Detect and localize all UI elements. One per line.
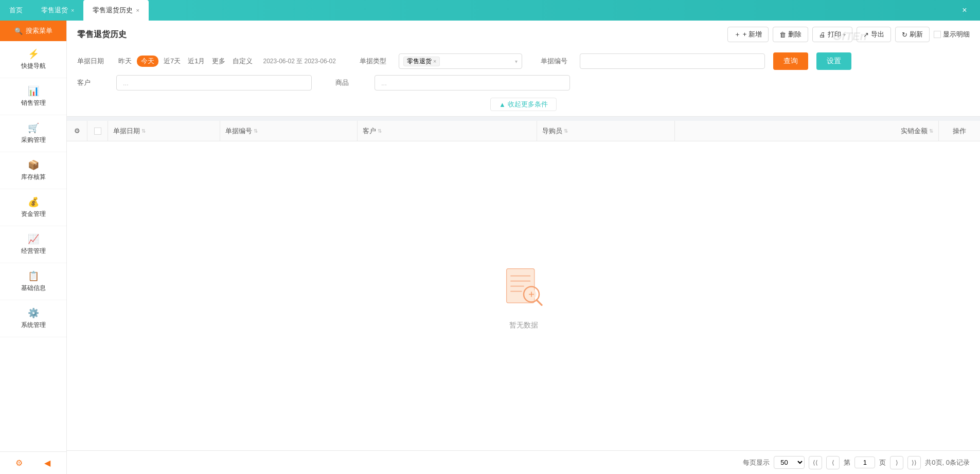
page-label-after: 页 xyxy=(879,458,886,467)
th-guide-label: 导购员 xyxy=(542,126,562,136)
sidebar-item-finance[interactable]: 💰 资金管理 xyxy=(0,189,66,226)
print-icon: 🖨 xyxy=(819,31,826,39)
query-button[interactable]: 查询 xyxy=(773,52,808,70)
date-7days[interactable]: 近7天 xyxy=(162,56,183,67)
th-amount[interactable]: 实销金额 ⇅ xyxy=(675,121,939,141)
th-customer[interactable]: 客户 ⇅ xyxy=(358,121,537,141)
th-amount-label: 实销金额 xyxy=(901,126,928,136)
tab-retail-return-close[interactable]: × xyxy=(71,7,74,13)
date-yesterday[interactable]: 昨天 xyxy=(116,56,134,67)
page-first-button[interactable]: ⟨⟨ xyxy=(809,456,822,469)
th-settings[interactable]: ⚙ xyxy=(67,121,87,141)
amount-sort-icon: ⇅ xyxy=(929,128,933,134)
date-range-display: 2023-06-02 至 2023-06-02 xyxy=(263,57,335,66)
delete-button[interactable]: 🗑 删除 xyxy=(773,27,808,42)
system-icon: ⚙️ xyxy=(28,307,39,319)
goods-filter-input[interactable]: ... xyxy=(375,75,570,90)
page-total: 共0页, 0条记录 xyxy=(925,458,970,467)
operations-icon: 📈 xyxy=(28,233,39,245)
sidebar-menu: ⚡ 快捷导航 📊 销售管理 🛒 采购管理 📦 库存核算 💰 资金管理 📈 xyxy=(0,41,66,451)
sidebar-item-sales-label: 销售管理 xyxy=(21,99,46,107)
refresh-button[interactable]: ↻ 刷新 xyxy=(895,27,930,42)
page-last-button[interactable]: ⟩⟩ xyxy=(907,456,921,469)
finance-icon: 💰 xyxy=(28,196,39,208)
page-prev-button[interactable]: ⟨ xyxy=(826,456,840,469)
customer-sort-icon: ⇅ xyxy=(378,128,382,134)
date-custom[interactable]: 自定义 xyxy=(230,56,255,67)
print-dropdown-icon: ▾ xyxy=(843,32,846,38)
page-title-row: 零售退货历史 ＋ + 新增 🗑 删除 🖨 打印 ▾ xyxy=(77,27,970,47)
page-header: 零售退货历史 ＋ + 新增 🗑 删除 🖨 打印 ▾ xyxy=(67,21,980,117)
date-today[interactable]: 今天 xyxy=(137,56,158,67)
date-shortcuts: 昨天 今天 近7天 近1月 更多 自定义 xyxy=(116,56,255,67)
sidebar-item-system[interactable]: ⚙️ 系统管理 xyxy=(0,300,66,337)
tab-retail-return-history[interactable]: 零售退货历史 × xyxy=(83,0,148,21)
sidebar-item-purchase-label: 采购管理 xyxy=(21,136,46,144)
tab-retail-return[interactable]: 零售退货 × xyxy=(32,0,83,21)
refresh-icon: ↻ xyxy=(902,31,907,39)
collapse-button[interactable]: ▲ 收起更多条件 xyxy=(490,98,557,111)
query-label: 查询 xyxy=(783,57,798,65)
sidebar-item-quick-nav-label: 快捷导航 xyxy=(21,62,46,70)
export-label: 导出 xyxy=(871,30,884,39)
sidebar-search-button[interactable]: 🔍 搜索菜单 xyxy=(0,21,66,41)
empty-state: 暂无数据 xyxy=(498,262,549,330)
print-button[interactable]: 🖨 打印 ▾ xyxy=(812,27,852,42)
new-icon: ＋ xyxy=(734,30,741,39)
th-guide[interactable]: 导购员 ⇅ xyxy=(537,121,674,141)
th-action: 操作 xyxy=(939,121,980,141)
voucher-type-tag-close[interactable]: × xyxy=(433,58,436,64)
main-layout: 🔍 搜索菜单 ⚡ 快捷导航 📊 销售管理 🛒 采购管理 📦 库存核算 💰 xyxy=(0,21,980,474)
content-area: 零售退货历史 ＋ + 新增 🗑 删除 🖨 打印 ▾ xyxy=(67,21,980,474)
customer-ellipsis: ... xyxy=(123,79,129,87)
sidebar: 🔍 搜索菜单 ⚡ 快捷导航 📊 销售管理 🛒 采购管理 📦 库存核算 💰 xyxy=(0,21,67,474)
select-all-checkbox[interactable] xyxy=(94,127,101,135)
pagination: 每页显示 10 20 50 100 ⟨⟨ ⟨ 第 页 ⟩ ⟩⟩ 共0页, 0条记… xyxy=(67,450,980,474)
date-filter-label: 单据日期 xyxy=(77,57,108,66)
new-button[interactable]: ＋ + 新增 xyxy=(727,27,769,42)
customer-filter-label: 客户 xyxy=(77,78,108,87)
sidebar-item-operations-label: 经营管理 xyxy=(21,247,46,256)
sidebar-item-purchase[interactable]: 🛒 采购管理 xyxy=(0,115,66,152)
sidebar-item-sales[interactable]: 📊 销售管理 xyxy=(0,78,66,115)
setting-label: 设置 xyxy=(827,57,841,65)
voucher-id-label: 单据编号 xyxy=(541,57,572,66)
sidebar-gear-button[interactable]: ⚙ xyxy=(11,455,27,471)
th-date-label: 单据日期 xyxy=(113,126,140,136)
tab-retail-return-label: 零售退货 xyxy=(41,6,68,15)
export-button[interactable]: ↗ 导出 xyxy=(857,27,891,42)
sidebar-item-quick-nav[interactable]: ⚡ 快捷导航 xyxy=(0,41,66,78)
voucher-type-content: 零售退货 × xyxy=(403,57,513,66)
voucher-type-label: 单据类型 xyxy=(360,57,390,66)
page-next-button[interactable]: ⟩ xyxy=(890,456,903,469)
per-page-select[interactable]: 10 20 50 100 xyxy=(774,456,805,469)
voucher-type-tag-label: 零售退货 xyxy=(407,57,432,66)
date-more[interactable]: 更多 xyxy=(210,56,227,67)
window-close-button[interactable]: × xyxy=(957,3,972,17)
tab-retail-return-history-close[interactable]: × xyxy=(136,7,139,13)
setting-button[interactable]: 设置 xyxy=(816,52,851,70)
voucher-type-select[interactable]: 零售退货 × ▾ xyxy=(399,53,522,69)
sidebar-collapse-button[interactable]: ◀ xyxy=(40,455,55,471)
sidebar-item-basic-info[interactable]: 📋 基础信息 xyxy=(0,263,66,300)
display-toggle[interactable]: 显示明细 xyxy=(934,30,970,39)
sidebar-item-operations[interactable]: 📈 经营管理 xyxy=(0,226,66,263)
id-sort-icon: ⇅ xyxy=(254,128,258,134)
voucher-type-tag: 零售退货 × xyxy=(403,57,440,66)
goods-ellipsis: ... xyxy=(381,79,387,87)
export-icon: ↗ xyxy=(863,31,869,39)
th-date[interactable]: 单据日期 ⇅ xyxy=(108,121,220,141)
customer-filter-input[interactable]: ... xyxy=(116,75,312,90)
voucher-id-input[interactable] xyxy=(580,53,765,69)
search-icon: 🔍 xyxy=(14,27,23,35)
page-number-input[interactable] xyxy=(854,457,875,468)
empty-illustration xyxy=(498,262,549,314)
sidebar-item-inventory[interactable]: 📦 库存核算 xyxy=(0,152,66,189)
date-1month[interactable]: 近1月 xyxy=(186,56,207,67)
th-id[interactable]: 单据编号 ⇅ xyxy=(220,121,358,141)
display-checkbox[interactable] xyxy=(934,31,941,38)
guide-sort-icon: ⇅ xyxy=(564,128,568,134)
tab-home[interactable]: 首页 xyxy=(0,0,32,21)
top-bar-right: × xyxy=(957,3,980,17)
th-checkbox[interactable] xyxy=(87,121,108,141)
